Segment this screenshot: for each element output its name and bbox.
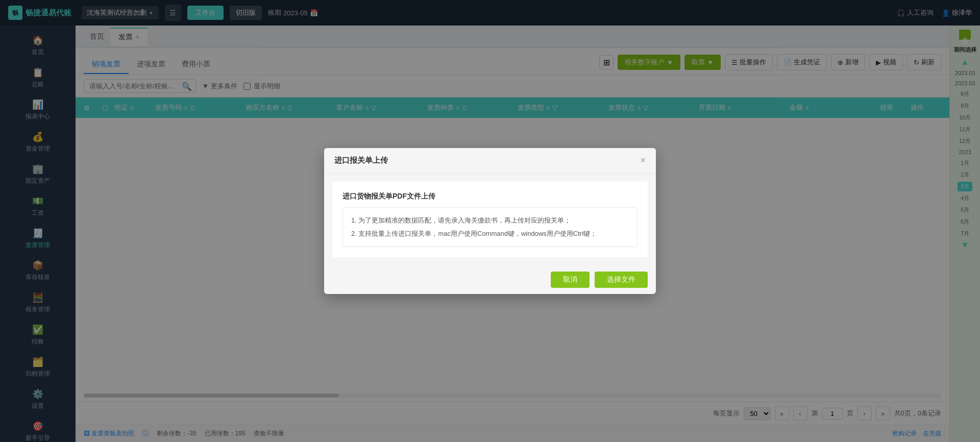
modal-info-line-2: 2. 支持批量上传进口报关单，mac用户使用Command键，windows用户… [351,227,629,240]
modal-info-line-1: 1. 为了更加精准的数据匹配，请先录入海关缴款书，再上传对应的报关单； [351,214,629,227]
modal-info-box: 1. 为了更加精准的数据匹配，请先录入海关缴款书，再上传对应的报关单； 2. 支… [342,207,638,247]
modal-title: 进口报关单上传 [334,156,388,165]
modal-header: 进口报关单上传 × [324,148,656,174]
modal-overlay: 进口报关单上传 × 进口货物报关单PDF文件上传 1. 为了更加精准的数据匹配，… [0,0,980,442]
modal-select-file-btn[interactable]: 选择文件 [595,272,648,288]
modal-close-icon[interactable]: × [640,155,646,166]
modal-section-title: 进口货物报关单PDF文件上传 [342,192,638,201]
modal-body: 进口货物报关单PDF文件上传 1. 为了更加精准的数据匹配，请先录入海关缴款书，… [332,182,648,257]
modal-cancel-btn[interactable]: 取消 [551,272,590,288]
modal-footer: 取消 选择文件 [324,265,656,294]
modal-import-customs: 进口报关单上传 × 进口货物报关单PDF文件上传 1. 为了更加精准的数据匹配，… [324,148,656,294]
